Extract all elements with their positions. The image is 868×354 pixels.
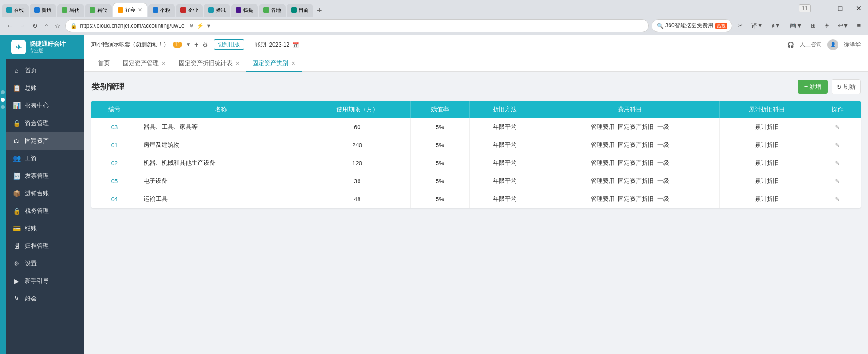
row-code[interactable]: 04	[91, 190, 138, 208]
browser-tab-10[interactable]: 各地	[259, 4, 286, 17]
refresh-label: 刷新	[844, 83, 856, 91]
sidebar-item-home[interactable]: ⌂ 首页	[6, 62, 84, 79]
service-label[interactable]: 人工咨询	[800, 41, 822, 48]
add-button[interactable]: + 新增	[798, 80, 828, 94]
sidebar-item-label: 资金管理	[25, 119, 49, 127]
switch-old-version-button[interactable]: 切到旧版	[214, 39, 244, 50]
col-code: 编号	[91, 101, 138, 118]
row-name: 机器、机械和其他生产设备	[138, 154, 304, 172]
sidebar-item-ledger[interactable]: 📋 总账	[6, 79, 84, 97]
tab-close-icon[interactable]: ✕	[291, 60, 295, 66]
left-accent-strip	[0, 35, 6, 354]
avatar: 👤	[827, 39, 838, 50]
guide-icon: ▶	[13, 277, 20, 285]
settings-icon: ⚙	[13, 260, 20, 267]
row-action[interactable]: ✎	[814, 190, 861, 208]
bookmark-button[interactable]: ☆	[53, 20, 62, 31]
page-tab-depreciation[interactable]: 固定资产折旧统计表 ✕	[172, 55, 246, 72]
sidebar-item-invoices[interactable]: 🧾 发票管理	[6, 167, 84, 185]
sidebar-item-payroll[interactable]: 👥 工资	[6, 150, 84, 167]
browser-tab-7[interactable]: 企业	[176, 4, 203, 17]
browser-tab-6[interactable]: 个税	[148, 4, 175, 17]
browser-tab-11[interactable]: 目前	[287, 4, 313, 17]
settings-cog-button[interactable]: ⚙	[202, 41, 208, 48]
col-residual: 残值率	[411, 101, 469, 118]
home-button[interactable]: ⌂	[42, 20, 50, 31]
sidebar-item-label: 好会...	[25, 294, 42, 303]
row-action[interactable]: ✎	[814, 136, 861, 154]
cut-button[interactable]: ✂	[735, 21, 746, 30]
browser-tab-2[interactable]: 新版	[30, 4, 56, 17]
grid-button[interactable]: ⊞	[808, 21, 819, 30]
sidebar-item-funds[interactable]: 🔒 资金管理	[6, 114, 84, 132]
sidebar-subtitle: 专业版	[30, 48, 66, 54]
sidebar-item-label: 税务管理	[25, 207, 49, 215]
wallet-button[interactable]: ¥▼	[769, 21, 784, 30]
address-bar[interactable]: 🔒 https://cloud.chanjet.com/accounting/u…	[65, 19, 648, 32]
browser-tab-1[interactable]: 在线	[2, 4, 29, 17]
edit-icon[interactable]: ✎	[835, 160, 840, 167]
row-method: 年限平均	[469, 118, 540, 136]
sidebar-item-guide[interactable]: ▶ 新手引导	[6, 272, 84, 290]
tab-close-icon[interactable]: ✕	[138, 7, 142, 13]
row-code[interactable]: 01	[91, 136, 138, 154]
browser-tab-9[interactable]: 畅提	[231, 4, 258, 17]
minimize-button[interactable]: –	[813, 0, 831, 17]
sidebar-item-settings[interactable]: ⚙ 设置	[6, 255, 84, 272]
tab-close-icon[interactable]: ✕	[235, 60, 239, 66]
sidebar-item-tax[interactable]: 🔒 税务管理	[6, 202, 84, 220]
row-accum: 累计折旧	[719, 118, 814, 136]
back-button[interactable]: ←	[5, 20, 15, 31]
brightness-button[interactable]: ☀	[821, 21, 832, 30]
dropdown-arrow-icon[interactable]: ▼	[206, 23, 211, 29]
row-action[interactable]: ✎	[814, 154, 861, 172]
edit-icon[interactable]: ✎	[835, 124, 840, 131]
menu-button[interactable]: ≡	[854, 21, 863, 30]
close-button[interactable]: ✕	[850, 0, 868, 17]
row-method: 年限平均	[469, 154, 540, 172]
page-tab-fixed-asset-mgmt[interactable]: 固定资产管理 ✕	[116, 55, 172, 72]
maximize-button[interactable]: □	[831, 0, 850, 17]
tab-close-icon[interactable]: ✕	[162, 60, 166, 66]
add-company-button[interactable]: +	[194, 41, 198, 49]
browser-tab-3[interactable]: 易代	[57, 4, 84, 17]
refresh-button[interactable]: ↻ 刷新	[832, 79, 861, 94]
tab-label: 各地	[271, 7, 281, 14]
row-action[interactable]: ✎	[814, 118, 861, 136]
sidebar-item-inventory[interactable]: 📦 进销台账	[6, 185, 84, 202]
sidebar-item-more[interactable]: V 好会...	[6, 290, 84, 307]
browser-tab-5[interactable]: 好会 ✕	[113, 3, 147, 17]
calendar-icon[interactable]: 📅	[292, 42, 299, 48]
dropdown-arrow-icon[interactable]: ▼	[186, 42, 191, 47]
edit-icon[interactable]: ✎	[835, 178, 840, 185]
row-code[interactable]: 03	[91, 118, 138, 136]
browser-tab-4[interactable]: 易代	[85, 4, 112, 17]
app-header: 刘小艳演示帐套（勿删勿动！） 11 ▼ + ⚙ 切到旧版 账期 2023-12 …	[84, 35, 868, 54]
page-tab-asset-category[interactable]: 固定资产类别 ✕	[246, 55, 302, 72]
translate-button[interactable]: 译▼	[748, 20, 766, 31]
browser-tab-8[interactable]: 腾讯	[204, 4, 230, 17]
new-tab-button[interactable]: +	[314, 6, 325, 16]
tab-label: 固定资产折旧统计表	[179, 59, 233, 67]
row-name: 电子设备	[138, 172, 304, 190]
strip-dot	[1, 90, 5, 94]
forward-button[interactable]: →	[18, 20, 28, 31]
undo-button[interactable]: ↩▼	[835, 21, 852, 30]
page-tab-home[interactable]: 首页	[91, 55, 116, 72]
row-code[interactable]: 05	[91, 172, 138, 190]
sidebar-item-settlement[interactable]: 💳 结账	[6, 220, 84, 237]
sidebar-brand: 畅捷通好会计 专业版	[30, 40, 66, 54]
strip-dot	[1, 105, 5, 109]
sidebar-item-archive[interactable]: 🗄 归档管理	[6, 237, 84, 255]
edit-icon[interactable]: ✎	[835, 196, 840, 203]
user-info: 刘小艳演示帐套（勿删勿动！） 11 ▼ + ⚙	[91, 41, 208, 49]
sidebar-item-fixed-assets[interactable]: 🗂 固定资产	[6, 132, 84, 150]
reload-button[interactable]: ↻	[30, 20, 40, 31]
sidebar-item-reports[interactable]: 📊 报表中心	[6, 97, 84, 114]
search-bar[interactable]: 🔍 360智能抠图免费用 热搜	[652, 19, 732, 32]
game-button[interactable]: 🎮▼	[786, 21, 805, 30]
row-action[interactable]: ✎	[814, 172, 861, 190]
table-row: 04 运输工具 48 5% 年限平均 管理费用_固定资产折旧_一级 累计折旧 ✎	[91, 190, 861, 208]
row-code[interactable]: 02	[91, 154, 138, 172]
edit-icon[interactable]: ✎	[835, 142, 840, 149]
